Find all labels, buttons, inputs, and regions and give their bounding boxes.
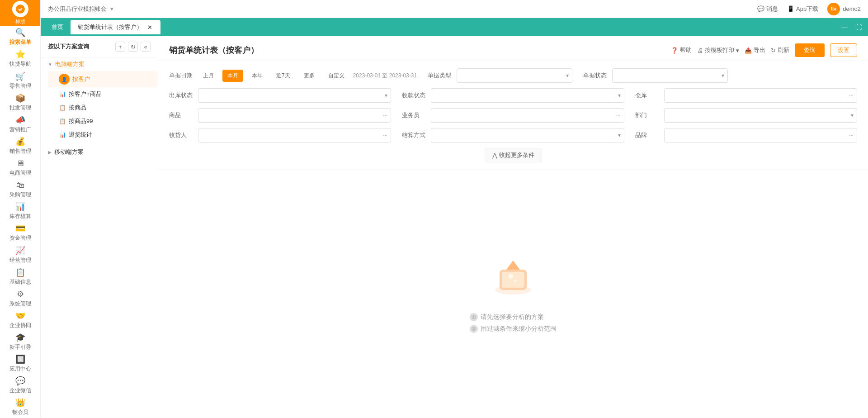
sidebar-item-vip[interactable]: 👑 畅会员 xyxy=(0,396,41,418)
sidebar-item-wholesale[interactable]: 📦 批发管理 xyxy=(0,91,41,113)
out-status-input[interactable] xyxy=(198,88,391,103)
brand-input[interactable] xyxy=(664,128,857,142)
template-print-btn[interactable]: 🖨 按模板打印 ▾ xyxy=(697,46,739,54)
settlement-input[interactable] xyxy=(431,128,624,142)
mobile-section-label: 移动端方案 xyxy=(54,148,84,156)
desktop-arrow-icon: ▼ xyxy=(48,62,52,67)
tab-maximize-btn[interactable]: ⛶ xyxy=(854,22,864,33)
tab-minimize-btn[interactable]: — xyxy=(839,22,850,33)
sidebar-item-inventory-label: 库存核算 xyxy=(9,213,31,220)
sidebar-item-operation-label: 经营管理 xyxy=(9,256,31,264)
sidebar-item-wechat[interactable]: 💬 企业微信 xyxy=(0,375,41,396)
sidebar-item-newbie[interactable]: 🎓 新手引导 xyxy=(0,331,41,353)
sidebar-item-quick-nav[interactable]: ⭐ 快捷导航 xyxy=(0,48,41,70)
date-btn-last-month[interactable]: 上月 xyxy=(198,70,219,82)
settings-btn[interactable]: 设置 xyxy=(830,43,857,57)
goods-input[interactable] xyxy=(198,108,391,123)
sidebar-item-sales-label: 销售管理 xyxy=(9,147,31,155)
tab-home[interactable]: 首页 xyxy=(44,20,71,34)
filter-row-2: 出库状态 ▾ 收款状态 ▾ 仓库 xyxy=(169,88,857,103)
sidebar-item-finance[interactable]: 💳 资金管理 xyxy=(0,222,41,244)
receiver-control: ··· xyxy=(198,128,391,142)
salesperson-input[interactable] xyxy=(431,108,624,123)
header-left: 办公用品行业模拟账套 ▾ xyxy=(48,5,113,13)
message-btn[interactable]: 💬 消息 xyxy=(757,5,778,13)
date-label: 单据日期 xyxy=(169,71,194,80)
header-right: 💬 消息 📱 App下载 Ea demo2 xyxy=(757,3,861,15)
warehouse-dots-icon[interactable]: ··· xyxy=(849,92,854,99)
date-btn-7days[interactable]: 近7天 xyxy=(271,70,295,82)
receiver-input[interactable] xyxy=(198,128,391,142)
sidebar-item-ecommerce[interactable]: 🖥 电商管理 xyxy=(0,157,41,179)
refresh-btn[interactable]: ↻ 刷新 xyxy=(771,46,789,54)
date-btn-more[interactable]: 更多 xyxy=(299,70,320,82)
filter-doc-type: 单据类型 ▾ xyxy=(428,68,572,83)
tree-desktop-section[interactable]: ▼ 电脑端方案 xyxy=(41,57,158,71)
svg-marker-4 xyxy=(506,261,520,270)
sidebar-item-search[interactable]: 🔍 搜索菜单 xyxy=(0,26,41,48)
dropdown-icon[interactable]: ▾ xyxy=(110,5,113,12)
goods-icon: 📋 xyxy=(59,104,66,111)
refresh-icon: ↻ xyxy=(771,47,776,54)
doc-type-input[interactable] xyxy=(457,68,572,83)
operation-icon: 📈 xyxy=(15,246,25,256)
user-menu[interactable]: Ea demo2 xyxy=(827,3,861,15)
filter-settlement: 结算方式 ▾ xyxy=(402,128,624,142)
sidebar-item-purchase[interactable]: 🛍 采购管理 xyxy=(0,179,41,200)
sidebar-item-retail[interactable]: 🛒 零售管理 xyxy=(0,70,41,91)
sidebar-item-appcenter-label: 应用中心 xyxy=(9,365,31,373)
doc-status-input[interactable] xyxy=(612,68,728,83)
collapse-panel-btn[interactable]: « xyxy=(141,42,151,52)
brand-dots-icon[interactable]: ··· xyxy=(849,132,854,138)
tree-item-by-customer-goods-label: 按客户+商品 xyxy=(69,90,102,98)
hint1: 请先选择要分析的方案 xyxy=(481,313,544,321)
sales-icon: 💰 xyxy=(15,137,25,147)
sidebar-item-sales[interactable]: 💰 销售管理 xyxy=(0,135,41,157)
query-btn[interactable]: 查询 xyxy=(795,43,825,57)
date-btn-this-year[interactable]: 本年 xyxy=(247,70,268,82)
department-input[interactable] xyxy=(664,108,857,123)
tree-mobile-section[interactable]: ▶ 移动端方案 xyxy=(41,145,158,159)
salesperson-dots-icon[interactable]: ··· xyxy=(616,112,621,119)
tree-item-by-goods[interactable]: 📋 按商品 xyxy=(48,101,158,114)
warehouse-input[interactable] xyxy=(664,88,857,103)
tree-sub-desktop: 👤 按客户 📊 按客户+商品 📋 按商品 📋 按商品99 📊 xyxy=(41,71,158,142)
goods-dots-icon[interactable]: ··· xyxy=(383,112,387,119)
help-btn[interactable]: ❓ 帮助 xyxy=(671,46,692,54)
sidebar-item-marketing[interactable]: 📣 营销推广 xyxy=(0,113,41,135)
department-label: 部门 xyxy=(635,111,660,119)
payment-status-input[interactable] xyxy=(431,88,624,103)
department-control: ▾ xyxy=(664,108,857,123)
add-scheme-btn[interactable]: + xyxy=(115,42,125,52)
tree-item-refund[interactable]: 📊 退货统计 xyxy=(48,128,158,142)
sidebar-item-operation[interactable]: 📈 经营管理 xyxy=(0,244,41,266)
date-btn-this-month[interactable]: 本月 xyxy=(222,70,243,82)
sidebar-item-basic[interactable]: 📋 基础信息 xyxy=(0,266,41,287)
sidebar-item-appcenter[interactable]: 🔲 应用中心 xyxy=(0,353,41,375)
sidebar-item-inventory[interactable]: 📊 库存核算 xyxy=(0,200,41,222)
sidebar-item-system[interactable]: ⚙ 系统管理 xyxy=(0,287,41,309)
receiver-dots-icon[interactable]: ··· xyxy=(383,132,387,138)
export-btn[interactable]: 📤 导出 xyxy=(745,46,765,54)
salesperson-control: ··· xyxy=(431,108,624,123)
tree-item-by-customer-goods[interactable]: 📊 按客户+商品 xyxy=(48,87,158,101)
tree-item-by-customer[interactable]: 👤 按客户 xyxy=(48,71,158,87)
brand-control: ··· xyxy=(664,128,857,142)
filter-salesperson: 业务员 ··· xyxy=(402,108,624,123)
message-label: 消息 xyxy=(766,5,778,13)
tree-item-by-goods-99-label: 按商品99 xyxy=(69,117,93,125)
app-download-btn[interactable]: 📱 App下载 xyxy=(787,5,818,13)
sidebar-item-purchase-label: 采购管理 xyxy=(9,191,31,199)
doc-type-label: 单据类型 xyxy=(428,71,453,80)
logo[interactable]: 标版 xyxy=(0,0,41,26)
purchase-icon: 🛍 xyxy=(16,180,24,190)
date-btn-custom[interactable]: 自定义 xyxy=(323,70,349,82)
retail-icon: 🛒 xyxy=(15,71,25,81)
sidebar-item-enterprise[interactable]: 🤝 企业协同 xyxy=(0,309,41,331)
finance-icon: 💳 xyxy=(15,223,25,233)
refresh-scheme-btn[interactable]: ↻ xyxy=(128,42,138,52)
collapse-btn[interactable]: ⋀ 收起更多条件 xyxy=(485,148,542,162)
tab-sales-stats[interactable]: 销货单统计表（按客户） ✕ xyxy=(71,20,160,34)
tree-item-by-goods-99[interactable]: 📋 按商品99 xyxy=(48,114,158,128)
tab-close-btn[interactable]: ✕ xyxy=(146,24,153,31)
